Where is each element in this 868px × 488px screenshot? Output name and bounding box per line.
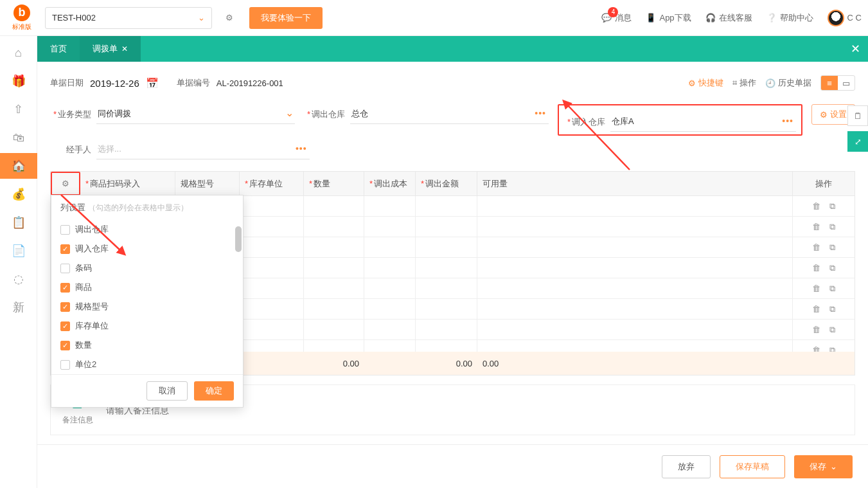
gear-icon: ⚙ [226,13,233,23]
phone-icon: 📱 [646,13,656,23]
col-cost: *调出成本 [364,172,416,195]
float-note-button[interactable]: 🗒 [847,105,868,126]
chevron-down-icon: ⌄ [830,462,837,471]
field-biz-type[interactable]: *业务类型 同价调拨⌄ [50,104,295,124]
bill-date-value[interactable]: 2019-12-26 [90,78,139,89]
checkbox-icon [60,360,70,370]
clipboard-icon: 📋 [12,215,26,230]
calendar-icon[interactable]: 📅 [146,77,159,89]
column-setting-item[interactable]: ✓商品 [60,278,234,297]
save-draft-button[interactable]: 保存草稿 [720,455,785,478]
popover-title: 列设置 [60,203,85,212]
column-setting-item[interactable]: 单位2 [60,355,234,374]
sidebar-upload[interactable]: ⇧ [0,96,37,122]
delete-icon[interactable]: 🗑 [812,201,820,211]
sidebar-new[interactable]: 新 [0,294,37,320]
delete-icon[interactable]: 🗑 [812,242,820,252]
popover-cancel-button[interactable]: 取消 [146,381,188,401]
operate-button[interactable]: ⌗操作 [732,77,756,89]
sidebar-sync[interactable]: ◌ [0,266,37,292]
column-setting-item[interactable]: 调出仓库 [60,220,234,239]
tab-home[interactable]: 首页 [37,36,80,62]
delete-icon[interactable]: 🗑 [812,263,820,273]
trial-button[interactable]: 我要体验一下 [249,7,323,29]
history-button[interactable]: 🕘历史单据 [765,77,811,89]
sidebar-clipboard[interactable]: 📋 [0,210,37,235]
help-center-label: 帮助中心 [780,12,813,24]
sidebar: ⌂ 🎁 ⇧ 🛍 🏠 💰 📋 📄 ◌ 新 [0,36,37,488]
checkbox-icon [60,225,70,235]
field-out-warehouse[interactable]: *调出仓库 总仓••• [304,104,549,124]
copy-icon[interactable]: ⧉ [829,345,835,352]
store-selector[interactable]: TEST-H002 ⌄ [45,7,212,29]
delete-icon[interactable]: 🗑 [812,304,820,314]
delete-icon[interactable]: 🗑 [812,345,820,352]
new-badge-icon: 新 [13,300,24,315]
float-expand-button[interactable]: ⤢ [847,131,868,152]
column-setting-item[interactable]: ✓数量 [60,336,234,355]
copy-icon[interactable]: ⧉ [829,263,835,273]
user-name: C C [847,13,862,23]
delete-icon[interactable]: 🗑 [812,284,820,293]
sidebar-warehouse[interactable]: 🏠 [0,153,37,179]
discard-button[interactable]: 放弃 [662,455,711,478]
gear-icon: ⚙ [688,78,696,88]
scan-input-button[interactable]: 扫码录入 [107,178,140,190]
line-items-table: ⚙ *商品 扫码录入 规格型号 *库存单位 *数量 *调出成本 *调出金额 可用… [50,171,855,375]
top-header: b 标准版 TEST-H002 ⌄ ⚙ 我要体验一下 💬 消息 4 📱 App下… [0,0,868,36]
help-center-button[interactable]: ❔ 帮助中心 [766,12,813,24]
bill-no-label: 单据编号 [177,77,210,89]
logo: b 标准版 [6,5,37,32]
col-goods: *商品 扫码录入 [80,172,175,195]
col-amt: *调出金额 [416,172,477,195]
field-in-warehouse[interactable]: *调入仓库 仓库A••• [558,104,802,136]
column-setting-item[interactable]: 条码 [60,258,234,278]
warehouse-icon: 🏠 [12,159,26,173]
history-icon: 🕘 [765,78,775,88]
delete-icon[interactable]: 🗑 [812,222,820,231]
headset-icon: 🎧 [705,13,716,23]
help-icon: ❔ [766,13,777,23]
sidebar-gift[interactable]: 🎁 [0,68,37,94]
save-button[interactable]: 保存⌄ [794,455,853,478]
checkbox-icon: ✓ [60,341,70,350]
tab-close-icon[interactable]: ✕ [121,44,128,53]
sidebar-money[interactable]: 💰 [0,181,37,207]
popover-confirm-button[interactable]: 确定 [194,381,234,401]
copy-icon[interactable]: ⧉ [829,284,835,294]
messages-button[interactable]: 💬 消息 4 [601,12,632,24]
avatar [828,10,844,26]
chevron-down-icon: ⌄ [198,13,205,23]
tab-close-all-button[interactable]: ✕ [842,36,868,62]
sidebar-home[interactable]: ⌂ [0,40,37,66]
tab-transfer[interactable]: 调拨单 ✕ [80,36,141,62]
column-setting-item[interactable]: ✓调入仓库 [60,239,234,258]
money-icon: 💰 [12,187,26,201]
copy-icon[interactable]: ⧉ [829,325,835,335]
sidebar-bag[interactable]: 🛍 [0,125,37,150]
copy-icon[interactable]: ⧉ [829,304,835,314]
column-setting-item[interactable]: ✓规格型号 [60,297,234,316]
online-service-button[interactable]: 🎧 在线客服 [705,12,752,24]
app-download-button[interactable]: 📱 App下载 [646,12,691,24]
checkbox-icon: ✓ [60,321,70,331]
delete-icon[interactable]: 🗑 [812,325,820,334]
view-grid-button[interactable]: ▭ [838,76,855,90]
online-service-label: 在线客服 [719,12,752,24]
view-list-button[interactable]: ≡ [821,76,838,90]
sidebar-doc[interactable]: 📄 [0,238,37,264]
checkbox-icon: ✓ [60,244,70,254]
field-handler[interactable]: 经手人 选择...••• [50,140,310,159]
column-settings-button[interactable]: ⚙ [51,172,80,195]
footer-amt: 0.00 [416,352,477,375]
copy-icon[interactable]: ⧉ [829,201,835,212]
bill-date-label: 单据日期 [50,77,84,89]
header-settings-button[interactable]: ⚙ [218,7,240,29]
column-setting-item[interactable]: ✓库存单位 [60,316,234,336]
user-menu[interactable]: C C [828,10,862,26]
copy-icon[interactable]: ⧉ [829,242,835,253]
copy-icon[interactable]: ⧉ [829,222,835,232]
edition-label: 标准版 [12,23,31,32]
shortcut-button[interactable]: ⚙快捷键 [688,77,723,89]
scrollbar[interactable] [235,226,242,252]
